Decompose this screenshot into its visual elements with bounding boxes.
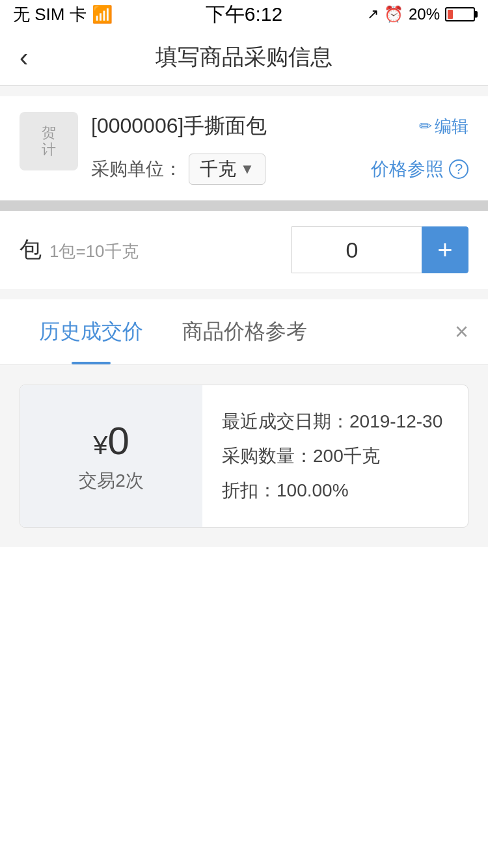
alarm-icon: ⏰: [384, 5, 403, 23]
wifi-icon: 📶: [92, 5, 113, 25]
discount-value: 100.00%: [277, 480, 349, 500]
carrier-text: 无 SIM 卡: [13, 3, 87, 26]
discount-item: 折扣：100.00%: [222, 478, 448, 503]
edit-button[interactable]: ✏ 编辑: [419, 115, 468, 138]
quantity-label: 包 1包=10千克: [20, 235, 139, 265]
product-header: 贺 计 [0000006]手撕面包 ✏ 编辑 采购单位： 千克 ▼: [20, 112, 468, 185]
unit-label: 采购单位：: [91, 157, 182, 182]
back-button[interactable]: ‹: [20, 44, 28, 70]
status-left: 无 SIM 卡 📶: [13, 3, 113, 26]
purchase-qty-value: 200千克: [313, 446, 380, 466]
logo-text: 贺 计: [42, 124, 56, 159]
status-bar: 无 SIM 卡 📶 下午6:12 ↗ ⏰ 20%: [0, 0, 488, 29]
trade-price: ¥0: [93, 418, 129, 463]
price-ref-label: 价格参照: [371, 157, 444, 182]
product-logo: 贺 计: [20, 112, 78, 170]
product-info: [0000006]手撕面包 ✏ 编辑 采购单位： 千克 ▼ 价格参照: [91, 112, 468, 185]
purchase-qty-label: 采购数量：: [222, 446, 313, 466]
location-icon: ↗: [367, 6, 379, 23]
status-time: 下午6:12: [206, 1, 282, 28]
quantity-controls: +: [291, 226, 468, 273]
price-value: 0: [107, 419, 129, 463]
trade-details: 最近成交日期：2019-12-30 采购数量：200千克 折扣：100.00%: [202, 385, 468, 527]
trade-count: 交易2次: [79, 468, 144, 493]
quantity-input[interactable]: [291, 226, 422, 273]
edit-label: 编辑: [435, 115, 468, 138]
recent-date-label: 最近成交日期：: [222, 411, 349, 431]
nav-bar: ‹ 填写商品采购信息: [0, 29, 488, 86]
quantity-plus-button[interactable]: +: [422, 226, 468, 273]
help-icon: ?: [449, 159, 468, 179]
tab-close-button[interactable]: ×: [455, 318, 468, 346]
bottom-space: [0, 547, 488, 868]
yen-symbol: ¥: [93, 431, 107, 459]
tab-price-ref[interactable]: 商品价格参考: [163, 299, 327, 364]
recent-date-item: 最近成交日期：2019-12-30: [222, 409, 448, 434]
divider-gray: [0, 200, 488, 211]
recent-date-value: 2019-12-30: [349, 411, 442, 431]
product-name: [0000006]手撕面包: [91, 112, 267, 141]
tab-history-label: 历史成交价: [39, 319, 143, 343]
product-id: [0000006]: [91, 114, 183, 137]
purchase-qty-item: 采购数量：200千克: [222, 443, 448, 468]
trade-card: ¥0 交易2次 最近成交日期：2019-12-30 采购数量：200千克 折扣：…: [20, 385, 468, 528]
quantity-row: 包 1包=10千克 +: [0, 211, 488, 289]
trade-price-section: ¥0 交易2次: [20, 385, 202, 527]
unit-select[interactable]: 千克 ▼: [189, 154, 265, 185]
edit-icon: ✏: [419, 117, 432, 135]
plus-icon: +: [437, 236, 452, 265]
price-ref-button[interactable]: 价格参照 ?: [371, 157, 468, 182]
discount-label: 折扣：: [222, 480, 277, 500]
unit-value: 千克: [200, 157, 236, 182]
tab-history[interactable]: 历史成交价: [20, 299, 163, 364]
panel-tabs: 历史成交价 商品价格参考 ×: [0, 299, 488, 365]
status-right: ↗ ⏰ 20%: [367, 5, 475, 23]
page-title: 填写商品采购信息: [156, 42, 332, 72]
tab-price-ref-label: 商品价格参考: [182, 319, 307, 343]
product-name-row: [0000006]手撕面包 ✏ 编辑: [91, 112, 468, 141]
product-unit-row: 采购单位： 千克 ▼ 价格参照 ?: [91, 154, 468, 185]
battery-percent: 20%: [409, 5, 440, 23]
product-card: 贺 计 [0000006]手撕面包 ✏ 编辑 采购单位： 千克 ▼: [0, 96, 488, 200]
unit-arrow-icon: ▼: [240, 161, 254, 178]
battery-icon: [445, 7, 475, 21]
qty-conversion: 1包=10千克: [49, 240, 139, 263]
product-title: 手撕面包: [183, 114, 267, 137]
qty-unit: 包: [20, 235, 42, 265]
